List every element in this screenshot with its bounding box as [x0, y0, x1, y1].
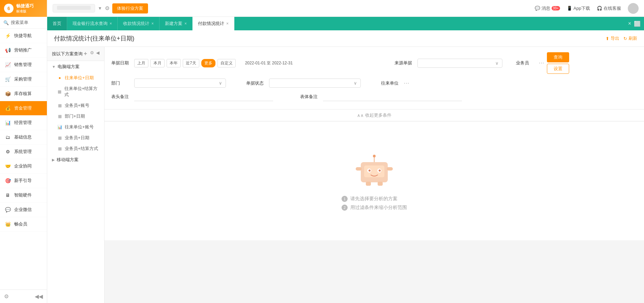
date-btn-last-month[interactable]: 上月 — [134, 59, 148, 67]
sidebar-item-marketing[interactable]: 📢 营销推广 — [0, 43, 47, 58]
settings-button[interactable]: 设置 — [547, 64, 569, 74]
tab-payment-stats[interactable]: 付款情况统计 × — [193, 17, 234, 30]
sidebar-item-inventory[interactable]: 📦 库存核算 — [0, 87, 47, 101]
page-actions: ⬆ 导出 ↻ 刷新 — [606, 35, 637, 41]
messages-item[interactable]: 💬 消息 99+ — [535, 5, 560, 11]
collapse-button[interactable]: ∧∧ 收起更多条件 — [357, 112, 391, 118]
sidebar-item-member[interactable]: 👑 畅会员 — [0, 217, 47, 232]
salesperson-filter-label: 业务员 — [516, 60, 536, 66]
doc-status-select[interactable]: ∨ — [269, 79, 361, 88]
sidebar-item-beginner[interactable]: 🎯 新手引导 — [0, 174, 47, 188]
source-select[interactable]: ∨ — [417, 59, 502, 68]
app-download-item[interactable]: 📱 App下载 — [567, 5, 590, 11]
scheme-item-partner-account[interactable]: 📊 往来单位+账号 — [47, 122, 104, 132]
tab-home[interactable]: 首页 — [47, 17, 67, 30]
empty-illustration — [354, 149, 394, 189]
date-range-text: 2022-01-01 至 2022-12-31 — [245, 60, 293, 66]
partner-dots-btn[interactable]: ··· — [404, 80, 409, 86]
topbar-settings-icon[interactable]: ⚙ — [105, 5, 110, 11]
trial-button[interactable]: 体验行业方案 — [112, 3, 148, 13]
svg-rect-1 — [364, 165, 384, 177]
mobile-group-label: 移动端方案 — [57, 157, 79, 163]
scheme-item-partner-date[interactable]: ● 往来单位+日期 — [47, 72, 104, 83]
export-label: 导出 — [611, 35, 619, 41]
wechat-label: 企业微信 — [14, 207, 32, 213]
dept-select[interactable]: ∨ — [134, 79, 226, 88]
sidebar-search[interactable]: 🔍 搜索菜单 — [0, 17, 47, 29]
user-avatar[interactable] — [628, 3, 639, 14]
tab-bank-flow[interactable]: 现金银行流水查询 × — [67, 17, 118, 30]
topbar: ▼ ⚙ 体验行业方案 💬 消息 99+ 📱 App下载 🎧 在线客服 — [47, 0, 644, 17]
date-btn-this-month[interactable]: 本月 — [150, 59, 165, 67]
sales-icon: 📈 — [4, 61, 11, 68]
empty-tip-row-2: 2 用过滤条件来缩小分析范围 — [342, 205, 407, 211]
layout-container: 按以下方案查询 ＋ ⚙ ◀ ▼ 电脑端方案 ● 往来单位+日期 — [47, 47, 644, 303]
scheme-collapse-icon[interactable]: ◀ — [96, 50, 99, 57]
tip-text-1: 请先选择要分析的方案 — [350, 196, 398, 202]
scheme-item-sales-date[interactable]: ▦ 业务员+日期 — [47, 132, 104, 143]
operation-icon: 📊 — [4, 119, 11, 126]
tab-receipt-stats-close[interactable]: × — [151, 21, 154, 26]
online-service-item[interactable]: 🎧 在线客服 — [597, 5, 621, 11]
date-btn-7days[interactable]: 近7天 — [183, 59, 199, 67]
enterprise-icon: 🤝 — [4, 162, 11, 170]
salesperson-dots-btn[interactable]: ··· — [539, 60, 544, 66]
sidebar: 6 畅捷通巧 标准版 🔍 搜索菜单 ⚡ 快捷导航 📢 营销推广 📈 销售管理 🛒… — [0, 0, 47, 303]
header-note-filter-group: 表头备注 — [111, 92, 273, 101]
footer-collapse-icon[interactable]: ◀◀ — [35, 293, 43, 300]
sidebar-item-basic-info[interactable]: 🗂 基础信息 — [0, 130, 47, 145]
scheme-settings-icon[interactable]: ⚙ — [90, 50, 94, 57]
refresh-button[interactable]: ↻ 刷新 — [623, 35, 637, 41]
desktop-group-arrow: ▼ — [52, 65, 56, 69]
header-note-input[interactable] — [134, 92, 273, 101]
sales-payment-icon: ▦ — [57, 146, 63, 152]
address-dropdown-icon[interactable]: ▼ — [98, 6, 102, 11]
scheme-item-sales-payment[interactable]: ▦ 业务员+结算方式 — [47, 143, 104, 154]
basic-info-label: 基础信息 — [14, 134, 32, 140]
scheme-item-dept-date[interactable]: ▦ 部门+日期 — [47, 111, 104, 122]
date-btn-more[interactable]: 更多 — [201, 59, 215, 67]
body-note-filter-label: 表体备注 — [300, 94, 320, 100]
tab-new-scheme-label: 新建方案 — [165, 21, 182, 27]
scheme-item-sales-account[interactable]: ▦ 业务员+账号 — [47, 100, 104, 111]
add-scheme-icon[interactable]: ＋ — [83, 50, 88, 57]
mobile-group-title[interactable]: ▶ 移动端方案 — [47, 154, 104, 165]
scheme-item-partner-payment[interactable]: ▦ 往来单位+结算方式 — [47, 83, 104, 100]
sidebar-item-system[interactable]: ⚙ 系统管理 — [0, 145, 47, 159]
date-filter-label: 单据日期 — [111, 60, 131, 66]
scheme-panel-title: 按以下方案查询 — [52, 51, 83, 57]
operation-label: 经营管理 — [14, 120, 32, 126]
sidebar-item-wechat[interactable]: 💬 企业微信 — [0, 203, 47, 217]
main-area: ▼ ⚙ 体验行业方案 💬 消息 99+ 📱 App下载 🎧 在线客服 首页 — [47, 0, 644, 303]
sidebar-item-quick-nav[interactable]: ⚡ 快捷导航 — [0, 29, 47, 43]
sales-date-label: 业务员+日期 — [65, 135, 89, 141]
partner-filter-group: 往来单位 ··· — [381, 80, 502, 86]
tab-bank-flow-close[interactable]: × — [110, 21, 112, 26]
sidebar-item-operation[interactable]: 📊 经营管理 — [0, 116, 47, 130]
app-version: 标准版 — [16, 9, 34, 14]
partner-date-label: 往来单位+日期 — [65, 75, 94, 81]
sidebar-item-enterprise[interactable]: 🤝 企业协同 — [0, 159, 47, 174]
sidebar-item-finance[interactable]: 💰 资金管理 — [0, 101, 47, 116]
sidebar-item-smart-hw[interactable]: 🖥 智能硬件 — [0, 188, 47, 203]
finance-icon: 💰 — [4, 104, 11, 112]
desktop-group-title[interactable]: ▼ 电脑端方案 — [47, 61, 104, 72]
tab-new-scheme[interactable]: 新建方案 × — [159, 17, 193, 30]
tab-maximize-icon[interactable]: ⬜ — [634, 21, 641, 27]
partner-account-label: 往来单位+账号 — [65, 124, 94, 130]
sidebar-item-purchase[interactable]: 🛒 采购管理 — [0, 72, 47, 87]
date-btn-custom[interactable]: 自定义 — [217, 59, 236, 67]
doc-status-filter-group: 单据状态 ∨ — [246, 79, 361, 88]
system-icon: ⚙ — [4, 148, 11, 155]
tab-payment-stats-close[interactable]: × — [226, 21, 229, 26]
sales-label: 销售管理 — [14, 62, 32, 68]
footer-gear-icon[interactable]: ⚙ — [4, 293, 9, 300]
tab-new-scheme-close[interactable]: × — [184, 21, 187, 26]
tab-close-icon[interactable]: × — [628, 21, 631, 27]
date-btn-this-year[interactable]: 本年 — [167, 59, 181, 67]
export-button[interactable]: ⬆ 导出 — [606, 35, 619, 41]
body-note-input[interactable] — [323, 92, 462, 101]
sidebar-item-sales[interactable]: 📈 销售管理 — [0, 58, 47, 72]
tab-receipt-stats[interactable]: 收款情况统计 × — [118, 17, 159, 30]
query-button[interactable]: 查询 — [547, 52, 569, 62]
